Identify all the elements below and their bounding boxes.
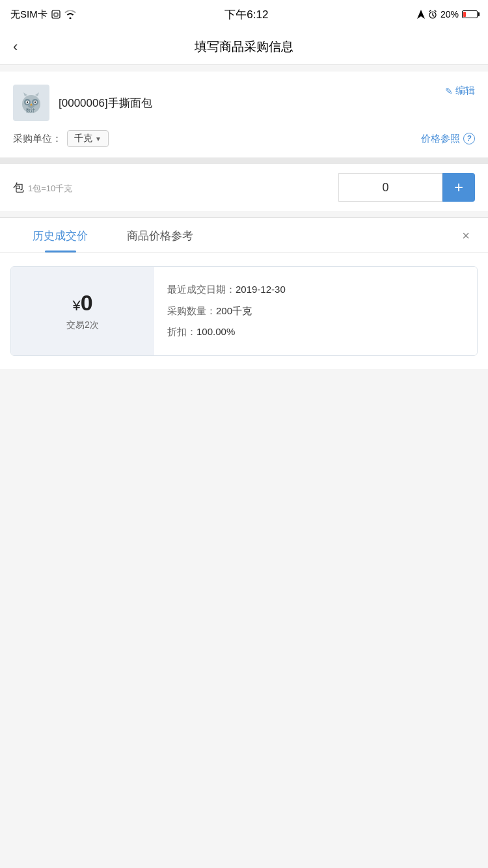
section-divider	[0, 157, 488, 164]
svg-line-6	[435, 10, 436, 12]
nav-bar: ‹ 填写商品采购信息	[0, 29, 488, 65]
tab-row: 历史成交价 商品价格参考 ×	[0, 218, 488, 253]
svg-marker-16	[23, 92, 27, 96]
purchase-qty-value: 200千克	[216, 305, 252, 316]
quantity-input-area: +	[338, 173, 475, 202]
svg-text:数计: 数计	[26, 108, 35, 113]
price-card-left: ¥0 交易2次	[11, 267, 154, 355]
edit-icon: ✎	[445, 86, 453, 96]
owl-logo: 数计	[18, 90, 44, 116]
price-ref-info-icon: ?	[463, 133, 475, 144]
status-bar: 无SIM卡 下午6:12 20%	[0, 0, 488, 29]
carrier-text: 无SIM卡	[10, 8, 47, 21]
tab-history-price[interactable]: 历史成交价	[13, 218, 107, 252]
svg-point-13	[34, 102, 36, 103]
tab-product-price-ref[interactable]: 商品价格参考	[107, 218, 213, 252]
svg-line-4	[433, 15, 434, 16]
status-left: 无SIM卡	[10, 8, 76, 21]
location-icon	[417, 10, 425, 19]
quantity-label: 包 1包=10千克	[13, 180, 72, 195]
recent-date-row: 最近成交日期：2019-12-30	[167, 282, 464, 297]
bottom-panel: 历史成交价 商品价格参考 × ¥0 交易2次 最近成交日期：2019-12-30…	[0, 217, 488, 369]
unit-label-text: 采购单位：	[13, 133, 62, 145]
tab-history-label: 历史成交价	[33, 230, 88, 242]
product-unit-row: 采购单位： 千克 ▼ 价格参照 ?	[13, 130, 475, 147]
price-value: ¥0	[72, 290, 92, 316]
status-time: 下午6:12	[224, 7, 268, 22]
price-card-right: 最近成交日期：2019-12-30 采购数量：200千克 折扣：100.00%	[154, 267, 477, 355]
page-background	[0, 369, 488, 759]
quantity-unit: 包	[13, 180, 24, 195]
recent-date-label: 最近成交日期：	[167, 284, 236, 295]
price-ref-button[interactable]: 价格参照 ?	[421, 133, 475, 145]
svg-point-12	[27, 102, 28, 103]
quantity-row: 包 1包=10千克 +	[0, 164, 488, 211]
product-card: 数计 [0000006]手撕面包 ✎ 编辑 采购单位： 千克 ▼ 价格参照 ?	[0, 72, 488, 157]
edit-button[interactable]: ✎ 编辑	[445, 85, 475, 97]
battery-percent: 20%	[441, 9, 459, 20]
currency-symbol: ¥	[72, 297, 80, 314]
status-right: 20%	[417, 9, 478, 20]
discount-row: 折扣：100.00%	[167, 325, 464, 340]
purchase-qty-row: 采购数量：200千克	[167, 304, 464, 319]
svg-line-5	[429, 10, 431, 12]
edit-label: 编辑	[455, 85, 475, 97]
recent-date-value: 2019-12-30	[236, 284, 286, 295]
page-title: 填写商品采购信息	[195, 38, 293, 55]
battery-icon	[462, 10, 478, 18]
price-card: ¥0 交易2次 最近成交日期：2019-12-30 采购数量：200千克 折扣：…	[10, 266, 478, 356]
svg-rect-0	[52, 10, 60, 18]
tab-price-ref-label: 商品价格参考	[127, 230, 193, 242]
svg-rect-1	[54, 13, 58, 16]
product-left: 数计 [0000006]手撕面包	[13, 85, 152, 121]
tab-close-button[interactable]: ×	[457, 223, 475, 248]
back-button[interactable]: ‹	[8, 33, 23, 61]
unit-select[interactable]: 千克 ▼	[67, 130, 109, 147]
product-header: 数计 [0000006]手撕面包 ✎ 编辑	[13, 85, 475, 121]
svg-marker-17	[35, 92, 39, 96]
quantity-sub-unit: 1包=10千克	[28, 183, 72, 195]
product-name: [0000006]手撕面包	[59, 96, 152, 111]
unit-value: 千克	[74, 133, 92, 144]
discount-label: 折扣：	[167, 326, 197, 337]
product-thumbnail: 数计	[13, 85, 49, 121]
price-trades: 交易2次	[66, 319, 99, 331]
dropdown-arrow-icon: ▼	[95, 135, 102, 142]
unit-label: 采购单位： 千克 ▼	[13, 130, 109, 147]
sim-icon	[51, 10, 61, 19]
wifi-icon	[64, 10, 76, 19]
price-card-area: ¥0 交易2次 最近成交日期：2019-12-30 采购数量：200千克 折扣：…	[0, 253, 488, 369]
quantity-plus-button[interactable]: +	[442, 173, 475, 202]
alarm-icon	[428, 10, 437, 19]
price-ref-label: 价格参照	[421, 133, 460, 145]
quantity-input[interactable]	[338, 173, 442, 202]
purchase-qty-label: 采购数量：	[167, 305, 216, 316]
discount-value: 100.00%	[197, 326, 235, 337]
